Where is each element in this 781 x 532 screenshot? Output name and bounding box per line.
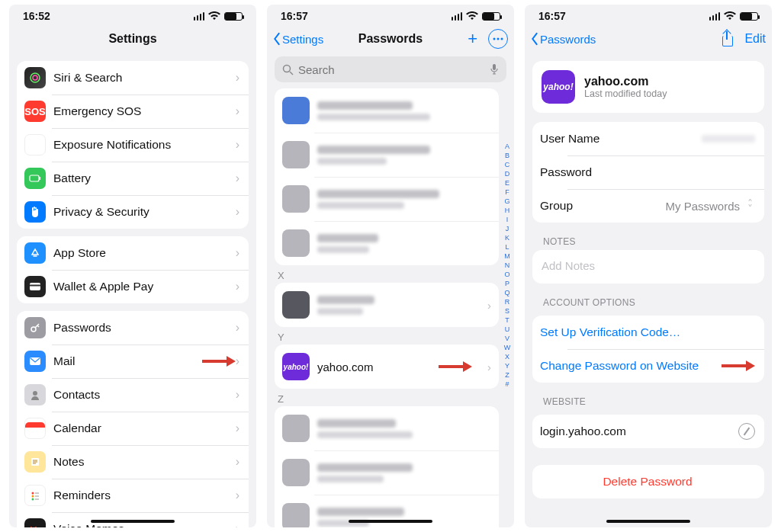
row-label: Emergency SOS <box>53 104 236 118</box>
row-username[interactable]: User Name <box>532 122 764 155</box>
home-indicator[interactable] <box>349 520 432 523</box>
mail-icon <box>24 351 46 372</box>
row-password[interactable]: Password <box>532 155 764 189</box>
row-label: Passwords <box>53 321 236 335</box>
mic-icon[interactable] <box>490 63 499 75</box>
annotation-arrow <box>722 361 755 371</box>
password-row-blurred[interactable] <box>275 177 499 221</box>
index-letter[interactable]: L <box>502 242 513 252</box>
index-letter[interactable]: V <box>502 334 513 343</box>
index-letter[interactable]: O <box>502 270 513 279</box>
row-change-password-on-website[interactable]: Change Password on Website <box>532 349 764 383</box>
more-button[interactable] <box>488 29 508 49</box>
search-field[interactable] <box>275 56 506 82</box>
password-row-yahoo[interactable]: yahoo! yahoo.com › <box>275 345 499 389</box>
index-letter[interactable]: S <box>502 306 513 316</box>
row-battery[interactable]: Battery › <box>17 162 249 195</box>
edit-button[interactable]: Edit <box>744 32 766 46</box>
row-calendar[interactable]: Calendar › <box>17 412 249 445</box>
site-icon <box>282 503 310 527</box>
password-row-blurred[interactable] <box>275 221 499 265</box>
index-letter[interactable]: N <box>502 261 513 270</box>
row-label: Siri & Search <box>53 71 236 85</box>
row-wallet-apple-pay[interactable]: Wallet & Apple Pay › <box>17 270 249 303</box>
back-label: Passwords <box>540 33 596 46</box>
index-letter[interactable]: T <box>502 316 513 325</box>
safari-icon[interactable] <box>738 423 755 440</box>
wallet-icon <box>24 276 46 297</box>
index-letter[interactable]: F <box>502 187 513 197</box>
index-letter[interactable]: G <box>502 197 513 206</box>
row-reminders[interactable]: Reminders › <box>17 479 249 512</box>
row-passwords[interactable]: Passwords › <box>17 311 249 345</box>
index-letter[interactable]: K <box>502 233 513 242</box>
index-letter[interactable]: H <box>502 206 513 215</box>
search-input[interactable] <box>298 63 485 76</box>
index-letter[interactable]: Y <box>502 361 513 370</box>
account-subtitle: Last modified today <box>584 88 667 99</box>
password-row-blurred[interactable] <box>275 406 499 450</box>
index-letter[interactable]: I <box>502 215 513 224</box>
index-letter[interactable]: D <box>502 169 513 178</box>
row-setup-verification-code[interactable]: Set Up Verification Code… <box>532 316 764 349</box>
index-letter[interactable]: Q <box>502 288 513 297</box>
phone-settings-screen: 16:52 Settings Siri & Search › SOS Emerg… <box>9 5 256 527</box>
back-button[interactable]: Settings <box>272 32 323 46</box>
password-detail-content[interactable]: yahoo! yahoo.com Last modified today Use… <box>525 53 772 527</box>
home-indicator[interactable] <box>606 520 690 523</box>
index-letter[interactable]: U <box>502 325 513 334</box>
share-button[interactable] <box>720 31 734 46</box>
row-app-store[interactable]: App Store › <box>17 236 249 270</box>
phone-passwords-list-screen: 16:57 Settings Passwords + <box>267 5 514 527</box>
battery-settings-icon <box>24 168 46 189</box>
password-row-blurred[interactable] <box>275 88 499 133</box>
signal-icon <box>452 12 463 21</box>
index-letter[interactable]: # <box>502 380 513 389</box>
row-privacy-security[interactable]: Privacy & Security › <box>17 195 249 229</box>
row-siri-search[interactable]: Siri & Search › <box>17 61 249 95</box>
row-exposure-notifications[interactable]: ◉ Exposure Notifications › <box>17 128 249 162</box>
index-letter[interactable]: X <box>502 352 513 361</box>
account-title: yahoo.com <box>584 75 667 88</box>
index-letter[interactable]: R <box>502 297 513 306</box>
site-icon <box>282 415 310 442</box>
passwords-list[interactable]: X › Y yahoo! yahoo.com › Z <box>267 88 514 527</box>
yahoo-icon: yahoo! <box>282 353 310 380</box>
password-group-y: yahoo! yahoo.com › <box>275 345 499 389</box>
index-letter[interactable]: J <box>502 224 513 233</box>
index-letter[interactable]: W <box>502 343 513 352</box>
chevron-right-icon: › <box>236 354 239 368</box>
index-letter[interactable]: B <box>502 151 513 160</box>
password-group-z <box>275 406 499 527</box>
password-row-blurred[interactable] <box>275 133 499 177</box>
svg-point-0 <box>31 73 40 82</box>
index-letter[interactable]: C <box>502 160 513 169</box>
row-contacts[interactable]: Contacts › <box>17 378 249 412</box>
back-button[interactable]: Passwords <box>529 32 596 46</box>
index-letter[interactable]: E <box>502 178 513 187</box>
credentials-group: User Name Password Group My Passwords ˄˅ <box>532 122 764 223</box>
settings-content[interactable]: Siri & Search › SOS Emergency SOS › ◉ Ex… <box>9 53 256 527</box>
index-letter[interactable]: M <box>502 252 513 261</box>
home-indicator[interactable] <box>91 520 175 523</box>
chevron-left-icon <box>272 32 282 46</box>
notes-field[interactable]: Add Notes <box>532 250 764 284</box>
row-emergency-sos[interactable]: SOS Emergency SOS › <box>17 95 249 128</box>
add-button[interactable]: + <box>468 30 477 47</box>
row-mail[interactable]: Mail › <box>17 345 249 378</box>
row-notes[interactable]: Notes › <box>17 445 249 479</box>
nav-actions: Edit <box>720 31 766 46</box>
section-index[interactable]: ABCDEFGHIJKLMNOPQRSTUVWXYZ# <box>502 142 513 389</box>
index-letter[interactable]: P <box>502 279 513 288</box>
password-row-blurred[interactable]: › <box>275 283 499 327</box>
password-row-blurred[interactable] <box>275 450 499 495</box>
svg-point-12 <box>32 498 34 501</box>
delete-password-button[interactable]: Delete Password <box>532 465 764 498</box>
page-title: Passwords <box>358 32 423 46</box>
row-group[interactable]: Group My Passwords ˄˅ <box>532 189 764 223</box>
nav-bar: Passwords Edit <box>525 24 772 53</box>
row-website[interactable]: login.yahoo.com <box>532 415 764 448</box>
index-letter[interactable]: Z <box>502 370 513 380</box>
index-letter[interactable]: A <box>502 142 513 151</box>
notes-icon <box>24 451 46 473</box>
